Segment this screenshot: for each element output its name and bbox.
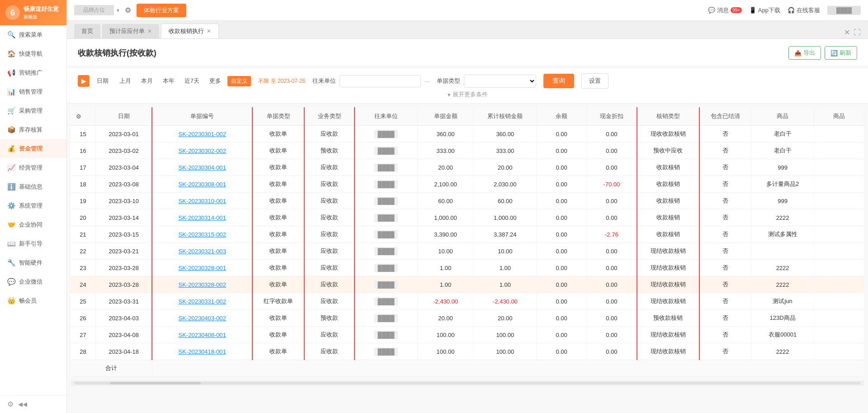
sidebar-item-collab[interactable]: 🤝 企业协同 [0,215,66,234]
filter-row: ▶ 日期 上月 本月 本年 近7天 更多 自定义 不限 至 2023-07-26… [78,73,857,89]
cell-goods2 [814,343,864,360]
docno-link[interactable]: SK-20230408-001 [179,332,226,338]
solution-button[interactable]: 体验行业方案 [137,4,186,17]
export-button[interactable]: 📤 导出 [788,46,821,60]
docno-link[interactable]: SK-20230315-002 [179,231,226,238]
user-avatar[interactable]: ████ [827,6,861,15]
app-download-button[interactable]: 📱 App下载 [749,6,780,14]
th-docno: 单据编号 [152,107,252,126]
tab-payable[interactable]: 预计应应付单 ✕ [102,24,159,38]
table-row: 22 2023-03-21 SK-20230321-003 收款单 应收款 ██… [71,243,864,260]
sidebar-item-search[interactable]: 🔍 搜索菜单 [0,25,66,44]
message-button[interactable]: 💬 消息 99+ [708,6,742,14]
docno-link[interactable]: SK-20230308-001 [179,181,226,188]
docno-link[interactable]: SK-20230301-002 [179,131,226,138]
refresh-button[interactable]: 🔄 刷新 [825,46,857,60]
close-tab-button[interactable]: ✕ [844,28,850,37]
sidebar-item-sales[interactable]: 📊 销售管理 [0,82,66,101]
expand-more-button[interactable]: ▾ 展开更多条件 [448,90,488,99]
sidebar-item-label: 采购管理 [19,107,42,115]
filter-expand-button[interactable]: ▶ [78,75,90,87]
expand-tab-button[interactable]: ⛶ [854,28,861,37]
query-button[interactable]: 查询 [543,74,574,88]
sidebar-item-label: 智能硬件 [19,259,42,267]
table-scrollbar[interactable] [71,380,864,386]
sidebar-item-purchase[interactable]: 🛒 采购管理 [0,101,66,120]
sidebar-item-hardware[interactable]: 🔧 智能硬件 [0,253,66,272]
date-btn-more[interactable]: 更多 [206,76,225,86]
sidebar-item-member[interactable]: 👑 畅会员 [0,291,66,310]
docno-link[interactable]: SK-20230314-001 [179,214,226,221]
date-btn-custom[interactable]: 自定义 [227,76,251,86]
cell-no: 20 [71,209,95,226]
docno-link[interactable]: SK-20230403-002 [179,315,226,322]
message-icon: 💬 [708,7,715,14]
column-settings-icon[interactable]: ⚙ [74,112,83,121]
cell-amount: 100.00 [417,327,474,343]
inventory-icon: 📦 [7,126,15,134]
cell-partner: ████ [354,343,417,360]
cell-amount: 20.00 [417,159,474,176]
sidebar-item-guide[interactable]: 📖 新手引导 [0,234,66,253]
app-icon: 📱 [749,7,756,14]
sidebar-item-marketing[interactable]: 📢 营销推广 [0,63,66,82]
cell-verifytype: 现结收款核销 [637,243,700,260]
cell-cashdiscount: 0.00 [587,243,637,260]
sidebar-item-finance[interactable]: 💰 资金管理 [0,139,66,158]
cell-goods: 999 [751,193,814,209]
date-label: 日期 [97,77,108,85]
date-btn-7days[interactable]: 近7天 [181,76,203,86]
cell-included: 否 [699,327,751,343]
cell-amount: -2,430.00 [417,293,474,310]
th-verifytype: 核销类型 [637,107,700,126]
docno-link[interactable]: SK-20230328-002 [179,281,226,288]
cell-verified: 60.00 [474,193,537,209]
docno-link[interactable]: SK-20230304-001 [179,164,226,171]
cell-biztype: 应收款 [304,159,354,176]
cell-no: 21 [71,226,95,243]
partner-masked: ████ [374,197,398,205]
sidebar-item-operations[interactable]: 📈 经营管理 [0,158,66,177]
cell-balance: 0.00 [537,142,587,159]
tab-collection-close[interactable]: ✕ [207,28,211,34]
collapse-icon[interactable]: ◀◀ [18,401,27,408]
sidebar-item-system[interactable]: ⚙️ 系统管理 [0,196,66,215]
cell-goods: 2222 [751,260,814,276]
sidebar-item-basic-info[interactable]: ℹ️ 基础信息 [0,177,66,196]
settings-button[interactable]: 设置 [581,73,609,89]
dropdown-icon[interactable]: ▾ [117,7,119,14]
app-version: 标推版 [24,14,59,20]
date-btn-this-year[interactable]: 本年 [159,76,178,86]
sidebar-item-inventory[interactable]: 📦 库存核算 [0,120,66,139]
date-btn-last-month[interactable]: 上月 [116,76,135,86]
docno-link[interactable]: SK-20230331-002 [179,298,226,305]
tab-payable-close[interactable]: ✕ [147,28,152,34]
cell-date: 2023-03-14 [95,209,152,226]
docno-link[interactable]: SK-20230328-001 [179,265,226,271]
docno-link[interactable]: SK-20230302-002 [179,147,226,154]
docno-link[interactable]: SK-20230418-001 [179,348,226,355]
cell-docno: SK-20230310-001 [152,193,252,209]
settings-icon[interactable]: ⚙ [7,400,14,408]
cell-goods2 [814,126,864,142]
sidebar-item-wechat[interactable]: 💬 企业微信 [0,272,66,291]
partner-input[interactable] [340,75,421,87]
cell-partner: ████ [354,260,417,276]
cell-doctype: 收款单 [252,209,304,226]
topbar-gear-icon[interactable]: ⚙ [125,6,131,14]
cell-goods2 [814,327,864,343]
cell-date: 2023-03-08 [95,176,152,193]
sidebar-item-label: 资金管理 [19,145,42,153]
docno-link[interactable]: SK-20230321-003 [179,248,226,255]
tab-home[interactable]: 首页 [74,24,100,38]
cell-no: 26 [71,310,95,327]
sidebar-item-nav[interactable]: 🏠 快捷导航 [0,44,66,63]
online-service-button[interactable]: 🎧 在线客服 [788,6,820,14]
partner-masked: ████ [374,147,398,155]
cell-balance: 0.00 [537,310,587,327]
tab-collection[interactable]: 收款核销执行 ✕ [161,24,219,38]
scrollbar-thumb[interactable] [110,382,201,385]
docno-link[interactable]: SK-20230310-001 [179,198,226,204]
doctype-select[interactable] [464,75,536,88]
date-btn-this-month[interactable]: 本月 [137,76,156,86]
